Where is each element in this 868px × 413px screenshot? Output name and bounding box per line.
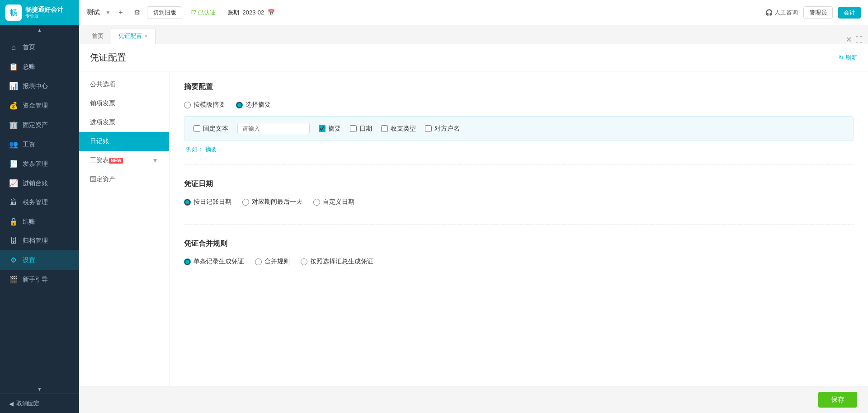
- radio-single-input[interactable]: [184, 258, 191, 265]
- radio-custom-date-label[interactable]: 自定义日期: [313, 198, 354, 206]
- sidebar-scroll-down[interactable]: ▼: [0, 385, 79, 394]
- ledger-icon: 📋: [9, 62, 18, 71]
- sidebar-item-payroll[interactable]: 👥 工资: [0, 135, 79, 154]
- reports-icon: 📊: [9, 82, 18, 90]
- radio-period-last-input[interactable]: [242, 199, 249, 206]
- checkbox-options-row: 固定文本 摘要 日期 收支类型: [184, 116, 854, 141]
- accountant-btn[interactable]: 会计: [838, 7, 861, 19]
- sidebar-unpin-btn[interactable]: ◀ 取消固定: [0, 394, 79, 413]
- radio-template-label[interactable]: 按模版摘要: [184, 101, 225, 109]
- invoice-icon: 🧾: [9, 160, 18, 168]
- sidebar-item-guide[interactable]: 🎬 新手引导: [0, 270, 79, 289]
- sales-ledger-icon: 📈: [9, 179, 18, 188]
- consult-btn[interactable]: 🎧 人工咨询: [765, 9, 798, 17]
- radio-summary-input[interactable]: [301, 258, 307, 265]
- nav-item-assets[interactable]: 固定资产: [79, 170, 169, 189]
- switch-version-btn[interactable]: 切到旧版: [147, 6, 182, 19]
- manager-btn[interactable]: 管理员: [803, 6, 833, 19]
- tab-close-icon[interactable]: ×: [145, 33, 148, 39]
- sidebar-item-archive[interactable]: 🗄 归档管理: [0, 231, 79, 250]
- funds-icon: 💰: [9, 101, 18, 110]
- checkbox-date-label[interactable]: 日期: [350, 125, 372, 133]
- nav-item-journal[interactable]: 日记账: [79, 132, 169, 151]
- nav-item-payroll[interactable]: 工资表 NEW ▼: [79, 151, 169, 170]
- sidebar-item-sales-ledger[interactable]: 📈 进销台账: [0, 174, 79, 193]
- calendar-icon[interactable]: 📅: [268, 9, 275, 16]
- checkbox-date-input[interactable]: [350, 125, 357, 132]
- checkbox-counterpart-input[interactable]: [425, 125, 432, 132]
- radio-period-last-label[interactable]: 对应期间最后一天: [242, 198, 302, 206]
- tab-voucher-config[interactable]: 凭证配置 ×: [111, 28, 156, 44]
- sidebar-item-label: 税务管理: [23, 198, 48, 206]
- radio-select-label[interactable]: 选择摘要: [236, 101, 271, 109]
- main-content: 凭证配置 ↻ 刷新 公共选项 销项发票 进项发票 日记账 工资表 NEW ▼: [79, 44, 868, 413]
- save-btn[interactable]: 保存: [818, 392, 857, 408]
- sidebar-logo: 畅 畅捷通好会计 专业版: [0, 0, 79, 25]
- settings-icon: ⚙: [9, 256, 18, 264]
- tab-home[interactable]: 首页: [85, 28, 111, 44]
- checkbox-summary-input[interactable]: [319, 125, 326, 132]
- summary-title: 摘要配置: [184, 82, 854, 92]
- radio-merge-input[interactable]: [255, 258, 262, 265]
- sidebar-item-home[interactable]: ⌂ 首页: [0, 38, 79, 57]
- footer: 保存: [79, 386, 868, 413]
- checkbox-fixed-text-label[interactable]: 固定文本: [193, 125, 228, 133]
- sidebar-item-reports[interactable]: 📊 报表中心: [0, 76, 79, 96]
- checkbox-summary-label[interactable]: 摘要: [319, 125, 341, 133]
- tax-icon: 🏛: [9, 198, 18, 206]
- refresh-btn[interactable]: ↻ 刷新: [839, 54, 857, 62]
- header-add-btn[interactable]: ＋: [114, 6, 127, 19]
- sidebar-item-label: 资金管理: [23, 102, 48, 110]
- archive-icon: 🗄: [9, 237, 18, 245]
- sidebar-item-closing[interactable]: 🔒 结账: [0, 212, 79, 231]
- header-settings-btn[interactable]: ⚙: [131, 6, 143, 19]
- radio-template-input[interactable]: [184, 102, 191, 108]
- checkbox-income-type-text: 收支类型: [391, 125, 416, 133]
- tab-close-action[interactable]: ✕: [846, 35, 852, 44]
- sidebar-scroll-up[interactable]: ▲: [0, 25, 79, 34]
- add-icon: ＋: [117, 8, 124, 17]
- sidebar-item-label: 报表中心: [23, 82, 48, 90]
- sidebar-item-invoice[interactable]: 🧾 发票管理: [0, 154, 79, 174]
- checkbox-counterpart-text: 对方户名: [434, 125, 460, 133]
- nav-item-label: 公共选项: [90, 80, 115, 89]
- app-logo-icon: 畅: [5, 5, 22, 21]
- checkbox-income-type-input[interactable]: [381, 125, 388, 132]
- nav-item-purchase[interactable]: 进项发票: [79, 113, 169, 132]
- checkbox-income-type-label[interactable]: 收支类型: [381, 125, 416, 133]
- radio-merge-label[interactable]: 合并规则: [255, 258, 290, 266]
- app-name: 畅捷通好会计 专业版: [25, 6, 63, 20]
- unpin-label: 取消固定: [16, 399, 40, 408]
- sidebar-item-settings[interactable]: ⚙ 设置: [0, 250, 79, 270]
- sidebar-item-ledger[interactable]: 📋 总账: [0, 57, 79, 76]
- new-badge: NEW: [109, 158, 123, 164]
- radio-summary-label[interactable]: 按照选择汇总生成凭证: [301, 258, 373, 266]
- nav-item-public[interactable]: 公共选项: [79, 75, 169, 94]
- radio-single-label[interactable]: 单条记录生成凭证: [184, 258, 244, 266]
- tab-expand-action[interactable]: ⛶: [855, 36, 863, 44]
- checkbox-counterpart-label[interactable]: 对方户名: [425, 125, 460, 133]
- header-chevron-icon[interactable]: ▼: [105, 9, 111, 16]
- nav-item-label: 销项发票: [90, 99, 115, 108]
- sidebar-item-funds[interactable]: 💰 资金管理: [0, 96, 79, 115]
- radio-journal-date-input[interactable]: [184, 199, 191, 206]
- nav-item-sales[interactable]: 销项发票: [79, 94, 169, 113]
- radio-single-text: 单条记录生成凭证: [193, 258, 244, 266]
- summary-radio-group: 按模版摘要 选择摘要: [184, 101, 854, 109]
- tab-home-label: 首页: [92, 32, 104, 40]
- radio-custom-date-input[interactable]: [313, 199, 320, 206]
- nav-item-label: 日记账: [90, 137, 109, 145]
- sidebar-item-assets[interactable]: 🏢 固定资产: [0, 115, 79, 135]
- radio-merge-text: 合并规则: [264, 258, 290, 266]
- sidebar-item-label: 归档管理: [23, 237, 48, 245]
- radio-select-input[interactable]: [236, 102, 243, 108]
- tab-bar: 首页 凭证配置 × ✕ ⛶: [79, 25, 868, 44]
- checkbox-fixed-text-input[interactable]: [193, 125, 200, 132]
- summary-section: 摘要配置 按模版摘要 选择摘要 固定文本: [184, 82, 854, 165]
- fixed-text-input[interactable]: [237, 123, 310, 134]
- radio-journal-date-label[interactable]: 按日记账日期: [184, 198, 231, 206]
- closing-icon: 🔒: [9, 217, 18, 226]
- sidebar-item-tax[interactable]: 🏛 税务管理: [0, 193, 79, 212]
- sidebar-item-label: 进销台账: [23, 179, 48, 188]
- checkbox-date-text: 日期: [359, 125, 372, 133]
